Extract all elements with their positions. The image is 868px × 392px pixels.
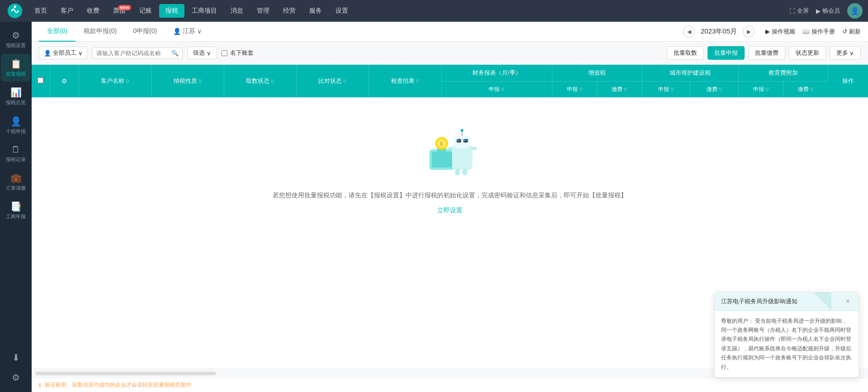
sidebar-icon-工商年报: 📑 bbox=[10, 201, 22, 212]
action-buttons: 批量取数 批量申报 批量缴费 状态更新 更多 ∨ bbox=[667, 46, 861, 60]
nav-item-记账[interactable]: 记账 bbox=[133, 4, 158, 18]
th-city-pay: 缴费▽ bbox=[690, 81, 739, 97]
tab-all[interactable]: 全部(0) bbox=[39, 22, 75, 42]
sidebar-label-报税设置: 报税设置 bbox=[6, 43, 26, 48]
svg-rect-9 bbox=[454, 136, 470, 148]
tab-jiangsu[interactable]: 👤 江苏 ∨ bbox=[165, 22, 210, 42]
logo[interactable] bbox=[5, 1, 24, 20]
left-sidebar: ⚙报税设置📋批量报税📊报税总览👤个税申报🗒报税记录💼汇算清缴📑工商年报⬇⚙ bbox=[0, 22, 32, 392]
nav-item-管理[interactable]: 管理 bbox=[250, 4, 276, 18]
batch-fetch-btn[interactable]: 批量取数 bbox=[667, 46, 704, 60]
sidebar-item-报税设置[interactable]: ⚙报税设置 bbox=[1, 25, 31, 53]
th-operation: 操作 bbox=[828, 65, 868, 97]
sidebar-bottom-设置[interactable]: ⚙ bbox=[7, 368, 25, 387]
svg-point-15 bbox=[461, 129, 463, 132]
tab-tax-declaration[interactable]: 税款申报(0) bbox=[75, 22, 125, 42]
sidebar-label-报税记录: 报税记录 bbox=[6, 157, 26, 163]
sidebar-label-个税申报: 个税申报 bbox=[6, 129, 26, 134]
operation-video-btn[interactable]: ▶ 操作视频 bbox=[765, 28, 795, 36]
membership-btn[interactable]: ▶ 畅会员 bbox=[816, 7, 840, 15]
sidebar-item-个税申报[interactable]: 👤个税申报 bbox=[1, 111, 31, 139]
svg-point-1 bbox=[14, 5, 16, 8]
sidebar-item-汇算清缴[interactable]: 💼汇算清缴 bbox=[1, 168, 31, 196]
th-compare-status: 比对状态▽ bbox=[297, 65, 369, 97]
refresh-btn[interactable]: ↺ 刷新 bbox=[842, 28, 861, 36]
tab-zero-declaration[interactable]: 0申报(0) bbox=[125, 22, 165, 42]
svg-rect-16 bbox=[448, 147, 453, 150]
search-icon[interactable]: 🔍 bbox=[171, 50, 179, 57]
nav-item-经营[interactable]: 经营 bbox=[277, 4, 302, 18]
svg-rect-13 bbox=[464, 139, 466, 141]
notification-body: 尊敬的用户： 受当前电子税务局进一步升级的影响，同一个政务网账号（办税人）名下的… bbox=[715, 311, 859, 377]
bottom-bar: ℹ 验证账密、采集信息均成功的企业才会流转至批量报税页面中 bbox=[32, 378, 868, 392]
notification-close-btn[interactable]: × bbox=[843, 297, 852, 306]
th-fetch-status: 取数状态▽ bbox=[224, 65, 296, 97]
svg-rect-19 bbox=[462, 169, 467, 175]
svg-rect-3 bbox=[432, 152, 452, 167]
sidebar-icon-报税记录: 🗒 bbox=[11, 144, 20, 155]
nav-right: ⛶ 全屏 ▶ 畅会员 👤 bbox=[789, 3, 863, 19]
nav-item-首页[interactable]: 首页 bbox=[28, 4, 53, 18]
sidebar-label-汇算清缴: 汇算清缴 bbox=[6, 185, 26, 191]
fullscreen-btn[interactable]: ⛶ 全屏 bbox=[789, 7, 809, 15]
notification-panel: 江苏电子税务局升级影响通知 × 尊敬的用户： 受当前电子税务局进一步升级的影响，… bbox=[714, 292, 859, 378]
svg-rect-18 bbox=[455, 169, 460, 175]
th-tax-nature: 纳税性质▽ bbox=[151, 65, 224, 97]
nav-item-报税[interactable]: 报税 bbox=[159, 4, 184, 18]
sidebar-label-报税总览: 报税总览 bbox=[6, 100, 26, 105]
notification-title: 江苏电子税务局升级影响通知 bbox=[721, 297, 797, 306]
sidebar-bottom: ⬇⚙ bbox=[7, 349, 25, 392]
operation-manual-btn[interactable]: 📖 操作手册 bbox=[802, 28, 835, 36]
table-settings-icon[interactable]: ⚙ bbox=[61, 77, 67, 85]
sidebar-icon-报税总览: 📊 bbox=[10, 87, 22, 98]
setup-link[interactable]: 立即设置 bbox=[437, 206, 462, 215]
user-avatar[interactable]: 👤 bbox=[847, 3, 863, 19]
horizontal-scrollbar[interactable] bbox=[35, 372, 216, 375]
sidebar-item-报税总览[interactable]: 📊报税总览 bbox=[1, 82, 31, 110]
status-update-btn[interactable]: 状态更新 bbox=[789, 46, 826, 60]
batch-pay-btn[interactable]: 批量缴费 bbox=[748, 46, 785, 60]
empty-state: ¥ bbox=[32, 97, 868, 242]
tab-bar: 全部(0) 税款申报(0) 0申报(0) 👤 江苏 ∨ ◀ 2023年05月 ▶… bbox=[32, 22, 868, 42]
nav-item-设置[interactable]: 设置 bbox=[329, 4, 354, 18]
info-icon: ℹ bbox=[39, 382, 41, 388]
nav-item-客户[interactable]: 客户 bbox=[54, 4, 80, 18]
search-wrap: 🔍 bbox=[92, 48, 183, 59]
search-input[interactable] bbox=[96, 50, 169, 57]
th-group-vat: 增值税 bbox=[552, 65, 642, 81]
nav-item-工商项目[interactable]: 工商项目 bbox=[185, 4, 223, 18]
sidebar-icon-报税设置: ⚙ bbox=[12, 30, 20, 41]
notification-header: 江苏电子税务局升级影响通知 × bbox=[715, 292, 859, 311]
nav-item-票据[interactable]: 票据NEW bbox=[107, 4, 132, 18]
sidebar-item-批量报税[interactable]: 📋批量报税 bbox=[1, 54, 31, 81]
th-edu-declare: 申报▽ bbox=[739, 81, 783, 97]
th-vat-pay: 缴费▽ bbox=[597, 81, 642, 97]
nav-item-消息[interactable]: 消息 bbox=[224, 4, 250, 18]
nav-item-收费[interactable]: 收费 bbox=[80, 4, 106, 18]
sidebar-label-批量报税: 批量报税 bbox=[6, 71, 26, 77]
filter-btn[interactable]: 筛选 ∨ bbox=[187, 47, 217, 59]
sidebar-item-工商年报[interactable]: 📑工商年报 bbox=[1, 196, 31, 224]
accounts-checkbox[interactable] bbox=[222, 50, 227, 56]
main-table: ⚙ 客户名称▽ 纳税性质▽ 取数状态▽ 比对状态▽ bbox=[32, 65, 868, 242]
sidebar-bottom-下载[interactable]: ⬇ bbox=[7, 349, 25, 367]
th-group-city-tax: 城市维护建设税 bbox=[642, 65, 739, 81]
th-settings: ⚙ bbox=[50, 65, 79, 97]
employee-select[interactable]: 👤 全部员工 ∨ bbox=[39, 47, 88, 59]
nav-item-服务[interactable]: 服务 bbox=[303, 4, 328, 18]
batch-declare-btn[interactable]: 批量申报 bbox=[708, 46, 745, 60]
prev-month-btn[interactable]: ◀ bbox=[683, 26, 695, 38]
svg-text:¥: ¥ bbox=[440, 141, 443, 147]
checkbox-accounts[interactable]: 名下账套 bbox=[222, 49, 254, 57]
sidebar-label-工商年报: 工商年报 bbox=[6, 214, 26, 220]
select-all-checkbox[interactable] bbox=[38, 77, 43, 83]
th-group-education: 教育费附加 bbox=[739, 65, 828, 81]
sidebar-item-报税记录[interactable]: 🗒报税记录 bbox=[1, 140, 31, 167]
next-month-btn[interactable]: ▶ bbox=[743, 26, 755, 38]
more-btn[interactable]: 更多 ∨ bbox=[830, 46, 861, 60]
th-group-financial: 财务报表（月/季） bbox=[441, 65, 552, 81]
empty-text: 若您想使用批量报税功能，请先在【报税设置】中进行报税的初始化设置，完成密码验证和… bbox=[273, 190, 627, 201]
month-display: 2023年05月 bbox=[698, 27, 739, 36]
th-city-declare: 申报▽ bbox=[642, 81, 690, 97]
top-navigation: 首页客户收费票据NEW记账报税工商项目消息管理经营服务设置 ⛶ 全屏 ▶ 畅会员… bbox=[0, 0, 868, 22]
